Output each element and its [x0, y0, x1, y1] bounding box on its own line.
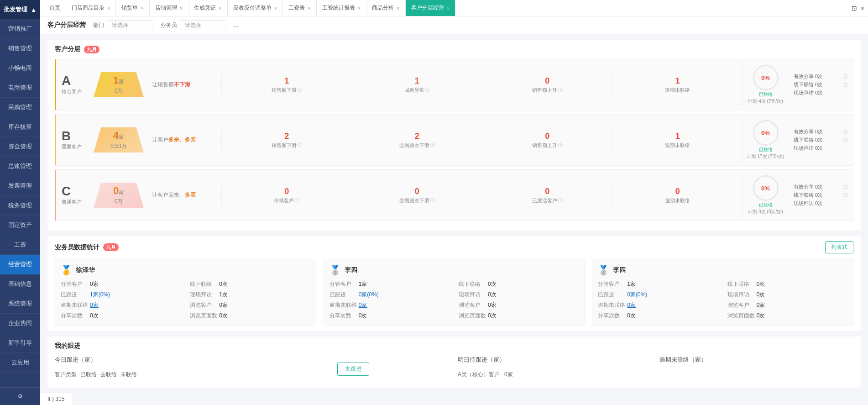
- biz-stat-row: 现场拜访0次: [727, 291, 847, 299]
- sidebar-item-inventory[interactable]: 库存核算: [0, 117, 40, 137]
- tab-payroll[interactable]: 工资表×: [283, 0, 316, 16]
- tab-close-icon[interactable]: ×: [180, 5, 183, 11]
- medal-gold-icon: 🥇: [61, 265, 72, 276]
- sidebar-item-guide[interactable]: 新手引导: [0, 333, 40, 353]
- tier-b-stat-1[interactable]: 2 交易频次下滑 ⓘ: [352, 130, 482, 151]
- dept-select[interactable]: 请选择: [108, 20, 153, 30]
- biz-stat-row: 线下联络0次: [190, 280, 310, 288]
- sidebar-item-system[interactable]: 系统管理: [0, 294, 40, 314]
- sidebar-item-finance[interactable]: 资金管理: [0, 137, 40, 157]
- biz-stat-row: 已跟进0家(0%): [329, 291, 450, 299]
- biz-stat-row: 已跟进1家(0%): [61, 291, 181, 299]
- biz-card-0-stats: 分管客户0家 线下联络0次 已跟进1家(0%) 现场拜访1次 逾期未联络0家 浏…: [61, 280, 310, 320]
- sidebar-title: 批发管理: [4, 5, 27, 14]
- sidebar-item-basic-info[interactable]: 基础信息: [0, 274, 40, 294]
- tab-customer-tier[interactable]: 客户分层经营×: [406, 0, 455, 16]
- biz-card-1: 🥈 李四 分管客户1家 线下联络0次 已跟进0家(0%) 现场拜访0次 逾期未联…: [324, 259, 585, 326]
- tab-close-icon[interactable]: ×: [308, 5, 310, 11]
- dept-filter: 部门 请选择: [93, 20, 153, 30]
- tab-close-all-icon[interactable]: ×: [861, 5, 864, 12]
- biz-stat-row: 分享次数0次: [598, 312, 718, 320]
- tier-c-count: 0家 0万: [94, 181, 148, 210]
- bottom-bar: It } 315: [40, 393, 72, 405]
- sidebar-item-tax[interactable]: 税务管理: [0, 196, 40, 216]
- month-badge: 九月: [84, 46, 99, 53]
- sidebar-item-cloud[interactable]: 云应用: [0, 353, 40, 373]
- tier-c-label: C 普通客户: [62, 185, 94, 205]
- tier-b-count: 4家 0.53万: [94, 126, 148, 154]
- biz-stats-section: 业务员数据统计 九月 列表式 🥇 徐泽华 分管客户0家 线下联络0次 已跟进1家…: [47, 236, 861, 331]
- sidebar-collapse-icon[interactable]: ▲: [31, 6, 37, 13]
- page-title: 客户分层经营: [47, 21, 86, 29]
- tab-home[interactable]: 首页: [44, 0, 66, 16]
- followup-col-overdue-title: 逾期未联络（家）: [659, 356, 854, 367]
- sidebar-item-management[interactable]: 经营管理: [0, 255, 40, 274]
- sidebar-item-ledger[interactable]: 总账管理: [0, 157, 40, 176]
- biz-stat-row: 浏览客户0家: [459, 301, 579, 309]
- goto-followup-btn[interactable]: 去跟进: [337, 363, 369, 376]
- tier-a-stat-1[interactable]: 1 回购异常 ⓘ: [352, 74, 482, 95]
- list-view-btn[interactable]: 列表式: [825, 241, 853, 253]
- customer-tier-section: 客户分层 九月 A 核心客户 1家 0万: [47, 40, 861, 230]
- tab-close-icon[interactable]: ×: [219, 5, 221, 11]
- sidebar-item-sales[interactable]: 销售管理: [0, 39, 40, 58]
- sidebar-item-ecommerce[interactable]: 电商管理: [0, 78, 40, 98]
- sidebar-item-ecommerce-small[interactable]: 小畅电商: [0, 58, 40, 78]
- followup-title: 我的跟进: [55, 342, 853, 350]
- biz-stat-row: 现场拜访1次: [190, 291, 310, 299]
- sidebar-item-purchase[interactable]: 采购管理: [0, 98, 40, 117]
- biz-stat-row: 线下联络0次: [727, 280, 847, 288]
- tier-a-stat-2[interactable]: 0 销售额上升 ⓘ: [482, 74, 612, 95]
- tab-payroll-report[interactable]: 工资统计报表×: [317, 0, 366, 16]
- biz-stat-row: 浏览页面数0次: [459, 312, 579, 320]
- tier-a-stat-0[interactable]: 1 销售额下滑 ⓘ: [221, 74, 352, 95]
- followup-col-tomorrow: 明日待跟进（家） A类（核心）客户 0家: [458, 356, 652, 382]
- tier-c-stat-1[interactable]: 0 交易频次下滑 ⓘ: [352, 185, 482, 206]
- tab-close-icon[interactable]: ×: [358, 5, 361, 11]
- tab-close-icon[interactable]: ×: [107, 5, 110, 11]
- followup-col-today: 今日跟进（家） 客户类型 已联络 去联络 未联络: [55, 356, 249, 382]
- biz-stat-row: 浏览客户0家: [727, 301, 847, 309]
- tab-voucher[interactable]: 生成凭证×: [188, 0, 227, 16]
- biz-stat-row: 分享次数0次: [329, 312, 450, 320]
- tab-store-mgmt[interactable]: 店铺管理×: [150, 0, 188, 16]
- content-body: 客户分层 九月 A 核心客户 1家 0万: [40, 34, 868, 405]
- tier-a-count: 1家 0万: [94, 70, 148, 99]
- sidebar-item-assets[interactable]: 固定资产: [0, 216, 40, 235]
- tab-close-icon[interactable]: ×: [397, 5, 399, 11]
- sidebar-item-marketing[interactable]: 营销推广: [0, 19, 40, 39]
- biz-section-header: 业务员数据统计 九月 列表式: [55, 241, 853, 253]
- tab-restore-icon[interactable]: ⊡: [852, 5, 857, 12]
- tier-a-circle: 0% 已联络 计划 4次 (7天/次): [743, 63, 788, 106]
- tier-c-stat-3[interactable]: 0 逾期未联络: [612, 185, 743, 206]
- tab-sales-order[interactable]: 销货单×: [116, 0, 149, 16]
- main-area: 首页 门店商品目录× 销货单× 店铺管理× 生成凭证× 应收应付调整单× 工资表…: [40, 0, 868, 405]
- tier-b-label: B 重要客户: [62, 130, 94, 150]
- tier-a-stat-3[interactable]: 1 逾期未联络: [612, 74, 743, 95]
- sidebar-item-payroll[interactable]: 工资: [0, 235, 40, 255]
- tier-b-stat-2[interactable]: 0 销售额上升 ⓘ: [482, 130, 612, 151]
- tab-close-icon[interactable]: ×: [447, 5, 450, 11]
- sidebar-item-invoice[interactable]: 发票管理: [0, 176, 40, 196]
- tier-c-stat-2[interactable]: 0 已激活客户 ⓘ: [482, 185, 612, 206]
- tab-close-icon[interactable]: ×: [274, 5, 277, 11]
- settings-icon[interactable]: ⚙: [0, 387, 40, 405]
- tier-c-circle: 0% 已联络 计划 0次 (0天/次): [743, 174, 788, 217]
- biz-stat-row: 分管客户1家: [598, 280, 718, 288]
- tier-b-side: 有效分享 0次ⓘ 线下联络 0次ⓘ 现场拜访 0次: [788, 128, 847, 152]
- sidebar: 批发管理 ▲ 营销推广 销售管理 小畅电商 电商管理 采购管理 库存核算 资金管…: [0, 0, 40, 405]
- tab-product-analysis[interactable]: 商品分析×: [366, 0, 405, 16]
- sidebar-item-collab[interactable]: 企业协同: [0, 314, 40, 333]
- tier-b-stat-3[interactable]: 1 逾期未联络: [612, 130, 743, 151]
- biz-title: 业务员数据统计 九月: [55, 243, 119, 252]
- tab-close-icon[interactable]: ×: [141, 5, 143, 11]
- tier-c-stat-0[interactable]: 0 休眠客户 ⓘ: [221, 185, 352, 206]
- tier-b-stat-0[interactable]: 2 销售额下滑 ⓘ: [221, 130, 352, 151]
- medal-bronze-icon: 🥈: [598, 265, 609, 276]
- tab-ar-adjustment[interactable]: 应收应付调整单×: [228, 0, 283, 16]
- tab-store-products[interactable]: 门店商品目录×: [66, 0, 116, 16]
- staff-select[interactable]: 请选择: [181, 20, 226, 30]
- filter-more-btn[interactable]: ...: [234, 22, 238, 28]
- tier-a-suggestion: 让销售额不下滑: [148, 81, 221, 89]
- biz-stat-row: 浏览页面数0次: [190, 312, 310, 320]
